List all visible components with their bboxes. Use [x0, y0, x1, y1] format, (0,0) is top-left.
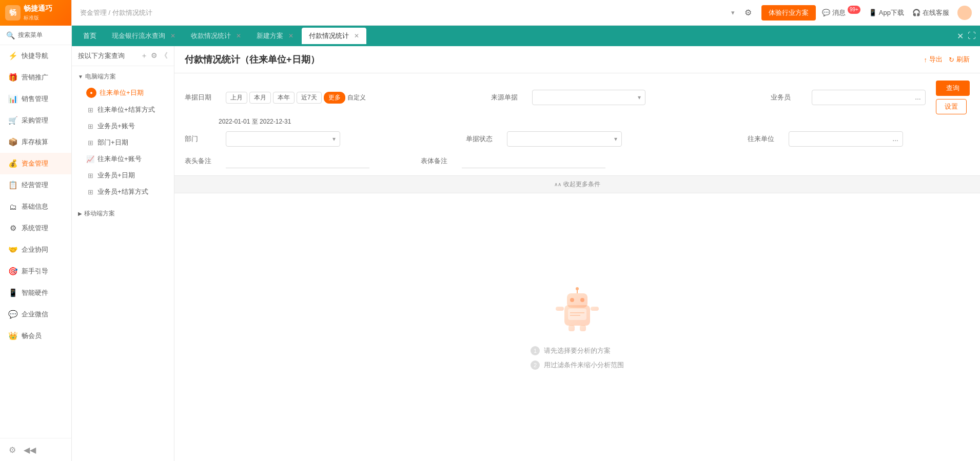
- export-label: 导出: [929, 55, 943, 64]
- tab-receipt-stats-close[interactable]: ✕: [236, 32, 241, 39]
- settings-button[interactable]: 设置: [936, 99, 967, 114]
- operation-icon: 📋: [8, 181, 17, 190]
- active-scheme-dot: ●: [86, 88, 96, 98]
- scheme-table-icon-3: ⊞: [86, 138, 94, 147]
- sidebar-item-operation[interactable]: 📋 经营管理: [0, 174, 71, 196]
- scheme-item-label-unit-date: 往来单位+日期: [100, 88, 144, 97]
- tab-bank-flow-close[interactable]: ✕: [170, 32, 175, 39]
- salesman-select[interactable]: …: [812, 90, 926, 105]
- export-button[interactable]: ↑ 导出: [924, 55, 943, 64]
- scheme-item-salesman-date[interactable]: ⊞ 业务员+日期: [72, 167, 174, 184]
- scheme-item-dept-date[interactable]: ⊞ 部门+日期: [72, 134, 174, 151]
- sidebar-search[interactable]: 🔍 搜索菜单: [0, 26, 71, 45]
- tab-home[interactable]: 首页: [76, 28, 104, 44]
- sidebar-label-member: 畅会员: [22, 331, 42, 340]
- sidebar-item-cooperation[interactable]: 🤝 企业协同: [0, 239, 71, 260]
- source-select[interactable]: ▾: [532, 90, 646, 105]
- dept-select[interactable]: ▾: [226, 131, 340, 147]
- filter-row-1: 单据日期 上月 本月 本年 近7天 更多 自定义 来源单据: [185, 81, 970, 114]
- system-icon: ⚙: [8, 224, 17, 233]
- collapse-up-icon: ∧∧: [554, 182, 561, 187]
- partner-select[interactable]: …: [789, 131, 903, 147]
- settings-scheme-icon[interactable]: ⚙: [151, 51, 158, 61]
- sidebar-item-member[interactable]: 👑 畅会员: [0, 325, 71, 347]
- scheme-item-unit-account[interactable]: 📈 往来单位+账号: [72, 151, 174, 167]
- scheme-item-salesman-settlement[interactable]: ⊞ 业务员+结算方式: [72, 184, 174, 200]
- date-range-text: 2022-01-01 至 2022-12-31: [219, 117, 291, 126]
- topbar: 资金管理 / 付款情况统计 ▾ ⚙ 体验行业方案 💬 消息 99+ 📱 App下…: [72, 0, 980, 26]
- sidebar-label-system: 系统管理: [22, 224, 48, 233]
- date-btn-last-7-days[interactable]: 近7天: [297, 92, 322, 104]
- voucher-status-label: 单据状态: [466, 134, 497, 144]
- pc-group-header[interactable]: ▼ 电脑端方案: [72, 69, 174, 84]
- sidebar-item-system[interactable]: ⚙ 系统管理: [0, 217, 71, 239]
- sales-icon: 📊: [8, 94, 17, 104]
- refresh-button[interactable]: ↻ 刷新: [949, 55, 970, 64]
- user-avatar[interactable]: [957, 6, 972, 20]
- tab-receipt-stats[interactable]: 收款情况统计 ✕: [184, 28, 248, 44]
- scheme-item-label-salesman-settlement: 业务员+结算方式: [97, 187, 148, 196]
- sidebar-label-operation: 经营管理: [22, 181, 48, 190]
- date-btn-this-year[interactable]: 本年: [273, 92, 295, 104]
- left-panel-icons: ＋ ⚙ 《: [141, 51, 168, 61]
- tab-payment-stats-close[interactable]: ✕: [354, 32, 359, 39]
- collapse-panel-icon[interactable]: 《: [161, 51, 168, 61]
- sidebar-item-wechat[interactable]: 💬 企业微信: [0, 304, 71, 325]
- collapse-sidebar-icon[interactable]: ◀◀: [24, 444, 36, 456]
- sidebar-item-basic-info[interactable]: 🗂 基础信息: [0, 196, 71, 217]
- empty-step-2: 2 用过滤条件来缩小分析范围: [531, 360, 624, 370]
- table-header-note-label: 表头备注: [185, 156, 215, 166]
- tab-bank-flow[interactable]: 现金银行流水查询 ✕: [105, 28, 183, 44]
- svg-point-5: [576, 287, 579, 290]
- settings-bottom-icon[interactable]: ⚙: [6, 444, 18, 456]
- date-btn-last-month[interactable]: 上月: [226, 92, 247, 104]
- date-custom-label: 自定义: [347, 93, 366, 102]
- tab-payment-stats[interactable]: 付款情况统计 ✕: [302, 28, 366, 44]
- sidebar-label-sales: 销售管理: [22, 94, 48, 104]
- sidebar-item-guide[interactable]: 🎯 新手引导: [0, 260, 71, 282]
- tab-expand-icon[interactable]: ⛶: [968, 31, 976, 41]
- sidebar-label-inventory: 库存核算: [22, 137, 48, 147]
- add-scheme-icon[interactable]: ＋: [141, 51, 148, 61]
- svg-rect-10: [568, 309, 586, 320]
- scheme-item-unit-settlement[interactable]: ⊞ 往来单位+结算方式: [72, 102, 174, 118]
- sidebar-item-inventory[interactable]: 📦 库存核算: [0, 131, 71, 153]
- tab-close-all-icon[interactable]: ✕: [957, 31, 964, 41]
- finance-icon: 💰: [8, 159, 17, 168]
- scheme-item-unit-date[interactable]: ● 往来单位+日期: [72, 84, 174, 102]
- topbar-gear-icon[interactable]: ⚙: [741, 6, 755, 20]
- sidebar-item-hardware[interactable]: 📱 智能硬件: [0, 282, 71, 304]
- left-panel-title: 按以下方案查询: [78, 51, 125, 61]
- tab-new-scheme[interactable]: 新建方案 ✕: [249, 28, 301, 44]
- mobile-group-header[interactable]: ▶ 移动端方案: [72, 206, 174, 221]
- sidebar-label-guide: 新手引导: [22, 267, 48, 276]
- tab-receipt-stats-label: 收款情况统计: [191, 31, 231, 41]
- date-btn-this-month[interactable]: 本月: [249, 92, 271, 104]
- sidebar-item-quick-nav[interactable]: ⚡ 快捷导航: [0, 45, 71, 67]
- customer-service-button[interactable]: 🎧 在线客服: [912, 8, 949, 17]
- robot-illustration: [552, 287, 603, 333]
- sidebar-item-purchase[interactable]: 🛒 采购管理: [0, 110, 71, 131]
- table-header-note-input[interactable]: [226, 154, 369, 168]
- voucher-status-select[interactable]: ▾: [507, 131, 621, 147]
- scheme-table-icon-1: ⊞: [86, 106, 94, 114]
- messages-badge: 99+: [848, 6, 860, 14]
- partner-dots: …: [892, 135, 898, 143]
- app-download-button[interactable]: 📱 App下载: [869, 8, 904, 17]
- sidebar-item-sales[interactable]: 📊 销售管理: [0, 88, 71, 110]
- sidebar-item-finance[interactable]: 💰 资金管理: [0, 153, 71, 174]
- collapse-bar: ∧∧ 收起更多条件: [174, 176, 980, 193]
- date-btn-more[interactable]: 更多: [324, 92, 345, 104]
- guide-icon: 🎯: [8, 267, 17, 276]
- messages-button[interactable]: 💬 消息 99+: [822, 8, 860, 17]
- salesman-filter-label: 业务员: [771, 93, 801, 102]
- topbar-chevron-icon[interactable]: ▾: [731, 9, 735, 16]
- empty-icon-container: [546, 285, 608, 336]
- query-button[interactable]: 查询: [936, 81, 970, 96]
- scheme-item-salesman-account[interactable]: ⊞ 业务员+账号: [72, 118, 174, 134]
- trial-button[interactable]: 体验行业方案: [761, 5, 816, 21]
- tab-new-scheme-close[interactable]: ✕: [288, 32, 293, 39]
- table-body-note-input[interactable]: [462, 154, 605, 168]
- sidebar-item-marketing[interactable]: 🎁 营销推广: [0, 67, 71, 88]
- collapse-button[interactable]: ∧∧ 收起更多条件: [554, 180, 600, 189]
